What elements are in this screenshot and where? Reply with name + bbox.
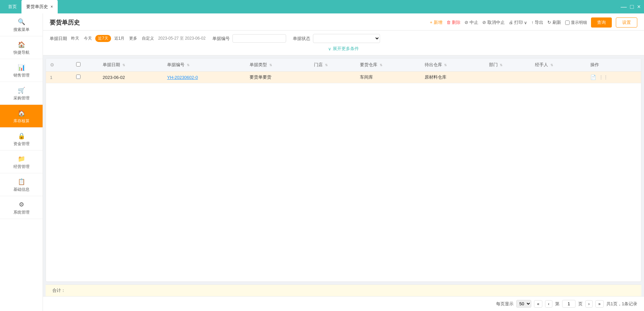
doc-date-col-header[interactable]: 单据日期 ⇅	[99, 58, 163, 72]
action-icons: 📄 ⋮⋮	[590, 75, 637, 80]
sort-icon-doc-date: ⇅	[122, 63, 125, 67]
edit-action-icon[interactable]: 📄	[590, 75, 596, 80]
sidebar-item-search-menu[interactable]: 🔍 搜索菜单	[0, 13, 43, 36]
docno-filter-input[interactable]	[232, 34, 286, 43]
main-layout: 🔍 搜索菜单 🏠 快捷导航 📊 销售管理 🛒 采购管理 🏠 库存核算 🔒 资金管…	[0, 13, 644, 311]
sidebar-item-sys[interactable]: ⚙ 系统管理	[0, 196, 43, 219]
sidebar-item-quick-nav[interactable]: 🏠 快捷导航	[0, 36, 43, 59]
top-bar: 首页 要货单历史 × — □ ×	[0, 0, 644, 13]
date-options: 昨天 今天 近7天 近1月 更多 自定义	[70, 35, 155, 42]
table-container: ⚙ 单据日期 ⇅ 单据编号 ⇅	[46, 58, 641, 282]
sort-icon-req-warehouse: ⇅	[380, 63, 382, 67]
expand-more-btn[interactable]: ∨ 展开更多条件	[50, 46, 637, 52]
date-filter-label: 单据日期	[50, 36, 67, 42]
date-opt-custom[interactable]: 自定义	[141, 35, 155, 42]
last-page-button[interactable]: »	[595, 300, 604, 308]
minimize-icon[interactable]: —	[621, 3, 627, 10]
date-range-display: 2023-05-27 至 2023-06-02	[158, 36, 205, 41]
delete-button[interactable]: 🗑 删除	[446, 19, 461, 26]
export-button[interactable]: ↑ 导出	[531, 19, 543, 26]
table-footer: 合计：	[46, 284, 641, 296]
close-window-icon[interactable]: ×	[637, 3, 641, 10]
page-label: 第	[555, 301, 559, 307]
sort-icon-store: ⇅	[325, 63, 328, 67]
first-page-button[interactable]: «	[534, 300, 542, 308]
row-num: 1	[46, 72, 72, 83]
date-filter-group: 单据日期 昨天 今天 近7天 近1月 更多 自定义 2023-05-27 至 2…	[50, 35, 206, 42]
cart-icon: 🛒	[18, 87, 25, 94]
row-dept	[485, 72, 531, 83]
search-menu-icon: 🔍	[18, 18, 25, 26]
sidebar-item-ops[interactable]: 📁 经营管理	[0, 150, 43, 173]
sidebar-item-sales[interactable]: 📊 销售管理	[0, 59, 43, 82]
pending-warehouse-col-header[interactable]: 待出仓库 ⇅	[421, 58, 485, 72]
table-header: ⚙ 单据日期 ⇅ 单据编号 ⇅	[46, 58, 641, 72]
next-page-button[interactable]: ›	[585, 300, 593, 308]
select-all-checkbox[interactable]	[76, 62, 80, 66]
row-checkbox-cell	[72, 72, 98, 83]
date-opt-today[interactable]: 今天	[83, 35, 93, 42]
show-detail-toggle[interactable]: 显示明细	[565, 20, 587, 26]
sort-icon-dept: ⇅	[500, 63, 502, 67]
sidebar: 🔍 搜索菜单 🏠 快捷导航 📊 销售管理 🛒 采购管理 🏠 库存核算 🔒 资金管…	[0, 13, 43, 311]
store-col-header[interactable]: 门店 ⇅	[310, 58, 356, 72]
handler-col-header[interactable]: 经手人 ⇅	[531, 58, 586, 72]
per-page-select[interactable]: 50	[516, 300, 531, 308]
row-doc-type: 要货单要货	[246, 72, 310, 83]
date-opt-more[interactable]: 更多	[128, 35, 139, 42]
date-opt-1month[interactable]: 近1月	[113, 35, 126, 42]
maximize-icon[interactable]: □	[630, 3, 634, 10]
sidebar-item-inventory[interactable]: 🏠 库存核算	[0, 105, 43, 128]
row-doc-no[interactable]: YH-20230602-0	[163, 72, 246, 83]
print-button[interactable]: 🖨 打印 ∨	[509, 19, 528, 26]
status-filter-label: 单据状态	[293, 36, 310, 42]
new-button[interactable]: + 新增	[430, 19, 442, 26]
sort-icon-doc-no: ⇅	[187, 63, 190, 67]
dept-col-header[interactable]: 部门 ⇅	[485, 58, 531, 72]
filter-bar: 单据日期 昨天 今天 近7天 近1月 更多 自定义 2023-05-27 至 2…	[43, 31, 644, 55]
active-tab[interactable]: 要货单历史 ×	[21, 0, 58, 13]
actions-col-header: 操作	[586, 58, 641, 72]
sort-icon-pending-warehouse: ⇅	[444, 63, 447, 67]
prev-page-button[interactable]: ‹	[545, 300, 552, 308]
lock-icon: 🔒	[18, 132, 25, 140]
total-label: 合计：	[52, 288, 65, 293]
page-title: 要货单历史	[50, 18, 80, 27]
show-detail-checkbox[interactable]	[565, 20, 570, 25]
doc-no-col-header[interactable]: 单据编号 ⇅	[163, 58, 246, 72]
header-row: ⚙ 单据日期 ⇅ 单据编号 ⇅	[46, 58, 641, 72]
tab-close-icon[interactable]: ×	[51, 4, 53, 9]
table-body: 1 2023-06-02 YH-20230602-0 要货单要货 车间库 原材料…	[46, 72, 641, 83]
req-warehouse-col-header[interactable]: 要货仓库 ⇅	[356, 58, 420, 72]
row-store	[310, 72, 356, 83]
stop-button[interactable]: ⊘ 中止	[465, 19, 478, 26]
status-filter-group: 单据状态	[293, 34, 380, 43]
sidebar-item-purchase[interactable]: 🛒 采购管理	[0, 82, 43, 105]
date-opt-7days[interactable]: 近7天	[95, 35, 111, 42]
current-page-input[interactable]	[562, 300, 576, 308]
doc-type-col-header[interactable]: 单据类型 ⇅	[246, 58, 310, 72]
sidebar-item-basic-info[interactable]: 📋 基础信息	[0, 173, 43, 196]
list-icon: 📋	[18, 178, 25, 185]
total-info: 共1页，1条记录	[606, 301, 637, 307]
query-button[interactable]: 查询	[591, 17, 612, 28]
page-header: 要货单历史 + 新增 🗑 删除 ⊘ 中止 ⊘ 取消中止 🖨 打印 ∨ ↑ 导出 …	[43, 13, 644, 31]
inventory-icon: 🏠	[18, 109, 25, 117]
pagination: 每页显示 50 « ‹ 第 页 › » 共1页，1条记录	[43, 296, 644, 311]
home-tab[interactable]: 首页	[3, 0, 21, 13]
status-filter-select[interactable]	[313, 34, 380, 43]
date-opt-yesterday[interactable]: 昨天	[70, 35, 80, 42]
row-req-warehouse: 车间库	[356, 72, 420, 83]
cancel-stop-button[interactable]: ⊘ 取消中止	[482, 19, 505, 26]
table-settings-icon[interactable]: ⚙	[50, 62, 54, 68]
toolbar: + 新增 🗑 删除 ⊘ 中止 ⊘ 取消中止 🖨 打印 ∨ ↑ 导出 ↻ 刷新 显…	[430, 17, 637, 28]
refresh-button[interactable]: ↻ 刷新	[547, 19, 561, 26]
expand-more-icon: ∨	[328, 46, 331, 51]
sidebar-item-finance[interactable]: 🔒 资金管理	[0, 128, 43, 150]
page-suffix: 页	[578, 301, 583, 307]
row-handler	[531, 72, 586, 83]
sort-icon-handler: ⇅	[550, 63, 553, 67]
more-action-icon[interactable]: ⋮⋮	[599, 75, 608, 80]
settings-button[interactable]: 设置	[616, 17, 637, 28]
row-checkbox[interactable]	[76, 75, 80, 79]
